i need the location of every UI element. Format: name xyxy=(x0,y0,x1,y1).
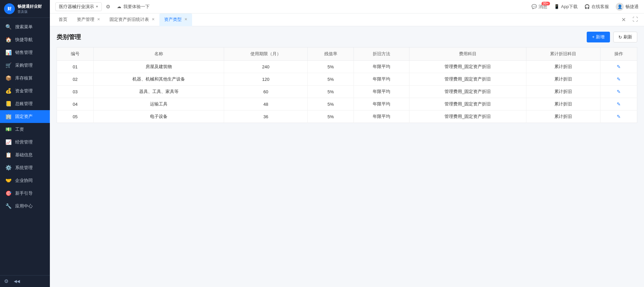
cell-residual-0: 5% xyxy=(308,61,354,73)
user-profile[interactable]: 👤 畅捷通 xyxy=(616,3,639,11)
cell-name-1: 机器、机械和其他生产设备 xyxy=(94,73,224,86)
cell-name-4: 电子设备 xyxy=(94,110,224,123)
sales-icon: 📊 xyxy=(5,50,12,56)
cell-action-3[interactable]: ✎ xyxy=(600,98,637,110)
page-actions: + 新增 ↻ 刷新 xyxy=(587,32,637,42)
general-ledger-icon: 📒 xyxy=(5,101,12,107)
messages-button[interactable]: 💬 消息 99+ xyxy=(531,4,547,10)
fixed-assets-icon: 🏢 xyxy=(5,114,12,120)
category-table: 编号名称使用期限（月）残值率折旧方法费用科目累计折旧科目操作 01 房屋及建筑物… xyxy=(57,47,637,123)
sidebar-item-guide[interactable]: 🎯 新手引导 xyxy=(0,187,50,200)
headset-icon: 🎧 xyxy=(584,4,590,9)
sidebar-label-quick-nav: 快捷导航 xyxy=(15,37,33,43)
salary-icon: 💵 xyxy=(5,126,12,132)
sidebar-label-general-ledger: 总账管理 xyxy=(15,101,33,107)
tab-fixed-asset-table[interactable]: 固定资产折旧统计表✕ xyxy=(105,13,159,26)
sidebar-item-enterprise[interactable]: 🤝 企业协同 xyxy=(0,174,50,187)
th-累计折旧科目: 累计折旧科目 xyxy=(526,47,600,61)
tab-home[interactable]: 首页 xyxy=(54,13,72,26)
sidebar-item-purchase[interactable]: 🛒 采购管理 xyxy=(0,59,50,72)
sidebar-item-general-ledger[interactable]: 📒 总账管理 xyxy=(0,97,50,110)
chevron-down-icon: ▾ xyxy=(96,4,98,9)
cell-residual-3: 5% xyxy=(308,98,354,110)
settings-gear-icon[interactable]: ⚙ xyxy=(106,4,110,10)
user-avatar-icon: 👤 xyxy=(616,3,624,11)
sidebar-item-operations[interactable]: 📈 经营管理 xyxy=(0,136,50,149)
cell-code-4: 05 xyxy=(57,110,94,123)
collapse-icon[interactable]: ◀◀ xyxy=(14,279,20,284)
cell-method-2: 年限平均 xyxy=(354,86,409,98)
edit-icon-1[interactable]: ✎ xyxy=(617,76,621,82)
tab-bar: 首页资产管理✕固定资产折旧统计表✕资产类型✕ ✕ ⛶ xyxy=(50,13,644,26)
cell-method-0: 年限平均 xyxy=(354,61,409,73)
tab-asset-mgmt[interactable]: 资产管理✕ xyxy=(72,13,105,26)
quick-nav-icon: 🏠 xyxy=(5,37,12,43)
guide-icon: 🎯 xyxy=(5,190,12,196)
sidebar-item-basic-info[interactable]: 📋 基础信息 xyxy=(0,149,50,161)
sidebar-label-app-center: 应用中心 xyxy=(15,203,33,209)
cell-action-4[interactable]: ✎ xyxy=(600,110,637,123)
operations-icon: 📈 xyxy=(5,139,12,145)
sidebar-item-quick-nav[interactable]: 🏠 快捷导航 xyxy=(0,33,50,46)
refresh-button[interactable]: ↻ 刷新 xyxy=(613,32,637,42)
sidebar-item-salary[interactable]: 💵 工资 xyxy=(0,123,50,136)
sidebar-label-system: 系统管理 xyxy=(15,165,33,171)
tab-label-asset-type: 资产类型 xyxy=(164,17,182,23)
close-tab-asset-mgmt[interactable]: ✕ xyxy=(97,17,100,22)
new-button[interactable]: + 新增 xyxy=(587,32,610,42)
th-使用期限（月）: 使用期限（月） xyxy=(224,47,308,61)
expand-tab-button[interactable]: ⛶ xyxy=(631,16,640,24)
enterprise-icon: 🤝 xyxy=(5,178,12,184)
tab-asset-type[interactable]: 资产类型✕ xyxy=(159,13,192,26)
cell-action-2[interactable]: ✎ xyxy=(600,86,637,98)
messages-badge: 99+ xyxy=(542,2,550,5)
sidebar-item-app-center[interactable]: 🔧 应用中心 xyxy=(0,200,50,213)
page-content: 类别管理 + 新增 ↻ 刷新 编号名称使用期限（月）残值率折旧方法费用科目累计折… xyxy=(50,26,644,287)
main-area: 医疗器械行业演示 ▾ ⚙ ☁ 我要体验一下 💬 消息 99+ 📱 App下载 🎧… xyxy=(50,0,644,287)
tabs-container: 首页资产管理✕固定资产折旧统计表✕资产类型✕ xyxy=(54,13,192,26)
cell-accum-1: 累计折旧 xyxy=(526,73,600,86)
cell-action-0[interactable]: ✎ xyxy=(600,61,637,73)
close-tab-asset-type[interactable]: ✕ xyxy=(184,17,187,22)
close-tab-button[interactable]: ✕ xyxy=(619,16,628,24)
topbar-right: 💬 消息 99+ 📱 App下载 🎧 在线客服 👤 畅捷通 xyxy=(531,3,639,11)
cell-residual-1: 5% xyxy=(308,73,354,86)
app-download-button[interactable]: 📱 App下载 xyxy=(554,4,578,10)
edit-icon-2[interactable]: ✎ xyxy=(617,89,621,94)
edit-icon-0[interactable]: ✎ xyxy=(617,64,621,69)
sidebar-nav: 🔍 搜索菜单 🏠 快捷导航 📊 销售管理 🛒 采购管理 📦 库存核算 💰 资金管… xyxy=(0,18,50,275)
purchase-icon: 🛒 xyxy=(5,62,12,68)
sidebar-item-fixed-assets[interactable]: 🏢 固定资产 xyxy=(0,110,50,123)
cell-months-4: 36 xyxy=(224,110,308,123)
refresh-icon: ↻ xyxy=(618,35,622,40)
experience-button[interactable]: ☁ 我要体验一下 xyxy=(117,4,150,10)
sidebar-item-search[interactable]: 🔍 搜索菜单 xyxy=(0,21,50,33)
close-tab-fixed-asset-table[interactable]: ✕ xyxy=(152,17,155,22)
cell-accum-2: 累计折旧 xyxy=(526,86,600,98)
cell-method-3: 年限平均 xyxy=(354,98,409,110)
cell-residual-2: 5% xyxy=(308,86,354,98)
sidebar-item-finance[interactable]: 💰 资金管理 xyxy=(0,85,50,97)
sidebar-label-basic-info: 基础信息 xyxy=(15,152,33,158)
cell-months-2: 60 xyxy=(224,86,308,98)
table-row: 02 机器、机械和其他生产设备 120 5% 年限平均 管理费用_固定资产折旧 … xyxy=(57,73,637,86)
module-selector[interactable]: 医疗器械行业演示 ▾ xyxy=(55,2,102,11)
cell-expense-0: 管理费用_固定资产折旧 xyxy=(409,61,526,73)
sidebar-label-sales: 销售管理 xyxy=(15,50,33,56)
edit-icon-3[interactable]: ✎ xyxy=(617,101,621,107)
cell-code-2: 03 xyxy=(57,86,94,98)
sidebar-item-inventory[interactable]: 📦 库存核算 xyxy=(0,72,50,85)
sidebar-item-system[interactable]: ⚙️ 系统管理 xyxy=(0,161,50,174)
cell-action-1[interactable]: ✎ xyxy=(600,73,637,86)
tab-label-fixed-asset-table: 固定资产折旧统计表 xyxy=(110,17,149,23)
inventory-icon: 📦 xyxy=(5,75,12,81)
edit-icon-4[interactable]: ✎ xyxy=(617,114,621,119)
page-title: 类别管理 xyxy=(57,33,81,41)
tab-label-asset-mgmt: 资产管理 xyxy=(77,17,94,23)
app-center-icon: 🔧 xyxy=(5,203,12,209)
online-service-button[interactable]: 🎧 在线客服 xyxy=(584,4,609,10)
settings-icon[interactable]: ⚙ xyxy=(4,278,8,284)
system-icon: ⚙️ xyxy=(5,165,12,171)
sidebar-item-sales[interactable]: 📊 销售管理 xyxy=(0,46,50,59)
table-row: 05 电子设备 36 5% 年限平均 管理费用_固定资产折旧 累计折旧 ✎ xyxy=(57,110,637,123)
